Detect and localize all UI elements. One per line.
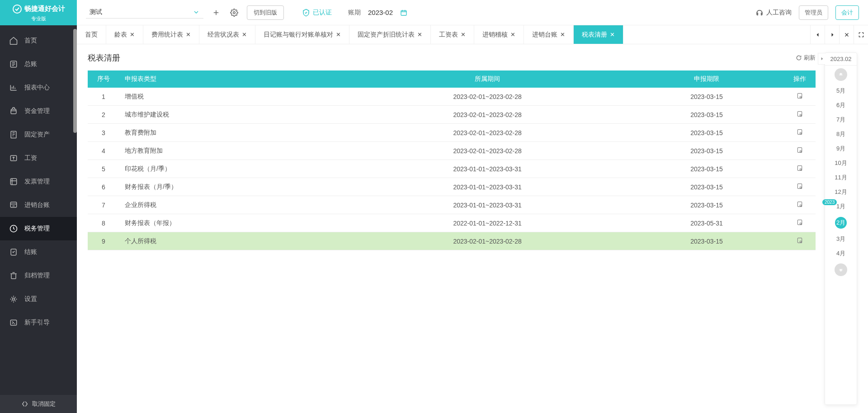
table-row[interactable]: 8财务报表（年报）2022-01-01~2022-12-312023-05-31	[88, 214, 816, 232]
svg-point-13	[800, 96, 801, 98]
month-option[interactable]: 2月	[825, 214, 857, 232]
sidebar-unpin-button[interactable]: 取消固定	[0, 395, 77, 413]
cell-deadline: 2023-03-15	[629, 232, 784, 250]
sidebar-item-6[interactable]: 发票管理	[0, 170, 77, 193]
sidebar-item-9[interactable]: 结账	[0, 240, 77, 264]
view-detail-icon[interactable]	[796, 183, 803, 190]
month-option[interactable]: 4月	[825, 246, 857, 261]
svg-point-23	[800, 187, 801, 188]
cell-type: 个人所得税	[119, 232, 345, 250]
month-option[interactable]: 9月	[825, 141, 857, 156]
sidebar-item-7[interactable]: 进销台账	[0, 193, 77, 217]
menu-label: 设置	[24, 295, 37, 303]
month-option[interactable]: 10月	[825, 156, 857, 170]
table-row[interactable]: 1增值税2023-02-01~2023-02-282023-03-15	[88, 88, 816, 106]
tab-close-icon[interactable]: ✕	[186, 31, 191, 38]
view-detail-icon[interactable]	[796, 146, 803, 154]
tab-close-icon[interactable]: ✕	[130, 31, 135, 38]
calendar-icon[interactable]	[400, 9, 407, 16]
tab-2[interactable]: 费用统计表✕	[143, 25, 199, 44]
tabs-scroll-right[interactable]	[825, 25, 839, 44]
period-value[interactable]: 2023-02	[368, 9, 393, 16]
month-option[interactable]: 20231月	[825, 199, 857, 214]
role-admin-button[interactable]: 管理员	[799, 5, 828, 20]
cell-deadline: 2023-03-15	[629, 178, 784, 196]
tab-close-icon[interactable]: ✕	[510, 31, 515, 38]
month-option[interactable]: 3月	[825, 232, 857, 246]
sidebar-item-11[interactable]: 设置	[0, 287, 77, 311]
sidebar-item-3[interactable]: 资金管理	[0, 99, 77, 123]
sidebar-item-4[interactable]: 固定资产	[0, 123, 77, 146]
view-detail-icon[interactable]	[796, 237, 803, 244]
tab-close-icon[interactable]: ✕	[336, 31, 341, 38]
sidebar-item-8[interactable]: 税务管理	[0, 217, 77, 240]
tab-close-icon[interactable]: ✕	[610, 31, 615, 38]
month-picker-collapse[interactable]	[818, 53, 825, 65]
sidebar-item-5[interactable]: 工资	[0, 146, 77, 170]
tab-8[interactable]: 进销台账✕	[524, 25, 574, 44]
view-detail-icon[interactable]	[796, 110, 803, 117]
menu-icon	[9, 177, 18, 186]
table-row[interactable]: 6财务报表（月/季）2023-01-01~2023-03-312023-03-1…	[88, 178, 816, 196]
menu-icon	[9, 83, 18, 92]
month-option[interactable]: 12月	[825, 185, 857, 199]
verified-badge: 已认证	[302, 9, 332, 17]
sidebar-item-12[interactable]: 新手引导	[0, 311, 77, 334]
tab-4[interactable]: 日记账与银行对账单核对✕	[255, 25, 349, 44]
svg-point-27	[800, 223, 801, 224]
cell-no: 9	[88, 232, 119, 250]
cell-deadline: 2023-03-15	[629, 142, 784, 160]
tab-close-icon[interactable]: ✕	[560, 31, 565, 38]
view-detail-icon[interactable]	[796, 164, 803, 172]
view-detail-icon[interactable]	[796, 128, 803, 136]
month-option[interactable]: 11月	[825, 170, 857, 185]
month-option[interactable]: 5月	[825, 84, 857, 98]
sidebar-item-2[interactable]: 报表中心	[0, 76, 77, 99]
view-detail-icon[interactable]	[796, 201, 803, 208]
tab-close-icon[interactable]: ✕	[242, 31, 247, 38]
table-row[interactable]: 9个人所得税2023-02-01~2023-02-282023-03-15	[88, 232, 816, 250]
tab-3[interactable]: 经营状况表✕	[199, 25, 255, 44]
month-picker-up[interactable]	[835, 68, 847, 81]
tabs-close-all[interactable]	[839, 25, 854, 44]
tab-0[interactable]: 首页	[77, 25, 106, 44]
sidebar-item-1[interactable]: 总账	[0, 52, 77, 76]
support-link[interactable]: 人工咨询	[755, 9, 792, 17]
refresh-button[interactable]: 刷新	[796, 54, 816, 62]
cell-period: 2023-02-01~2023-02-28	[345, 142, 629, 160]
menu-icon	[9, 201, 18, 210]
tab-7[interactable]: 进销稽核✕	[474, 25, 524, 44]
role-accountant-button[interactable]: 会计	[835, 5, 859, 20]
cell-period: 2023-02-01~2023-02-28	[345, 124, 629, 142]
table-row[interactable]: 4地方教育附加2023-02-01~2023-02-282023-03-15	[88, 142, 816, 160]
month-option[interactable]: 6月	[825, 98, 857, 113]
tab-1[interactable]: 龄表✕	[106, 25, 143, 44]
month-picker-title: 2023.02	[825, 53, 857, 66]
tab-6[interactable]: 工资表✕	[431, 25, 474, 44]
sidebar-item-0[interactable]: 首页	[0, 29, 77, 52]
cell-type: 财务报表（月/季）	[119, 178, 345, 196]
sidebar-item-10[interactable]: 归档管理	[0, 264, 77, 287]
table-row[interactable]: 2城市维护建设税2023-02-01~2023-02-282023-03-15	[88, 106, 816, 124]
switch-old-version-button[interactable]: 切到旧版	[247, 5, 284, 20]
table-row[interactable]: 3教育费附加2023-02-01~2023-02-282023-03-15	[88, 124, 816, 142]
company-selector[interactable]: 测试	[86, 6, 203, 19]
settings-button[interactable]	[229, 7, 240, 18]
month-option[interactable]: 8月	[825, 127, 857, 141]
svg-rect-4	[10, 178, 16, 184]
month-option[interactable]: 7月	[825, 113, 857, 127]
tab-close-icon[interactable]: ✕	[417, 31, 422, 38]
table-row[interactable]: 7企业所得税2023-01-01~2023-03-312023-03-15	[88, 196, 816, 214]
logo-subtitle: 专业版	[31, 15, 46, 22]
tab-9[interactable]: 税表清册✕	[574, 25, 623, 44]
tabs-fullscreen[interactable]	[854, 25, 868, 44]
tabs-scroll-left[interactable]	[810, 25, 825, 44]
view-detail-icon[interactable]	[796, 219, 803, 226]
tab-close-icon[interactable]: ✕	[461, 31, 466, 38]
tab-5[interactable]: 固定资产折旧统计表✕	[349, 25, 431, 44]
view-detail-icon[interactable]	[796, 92, 803, 99]
month-picker-down[interactable]	[835, 263, 847, 276]
sidebar-scrollbar[interactable]	[73, 29, 77, 133]
table-row[interactable]: 5印花税（月/季）2023-01-01~2023-03-312023-03-15	[88, 160, 816, 178]
add-button[interactable]	[211, 7, 222, 18]
